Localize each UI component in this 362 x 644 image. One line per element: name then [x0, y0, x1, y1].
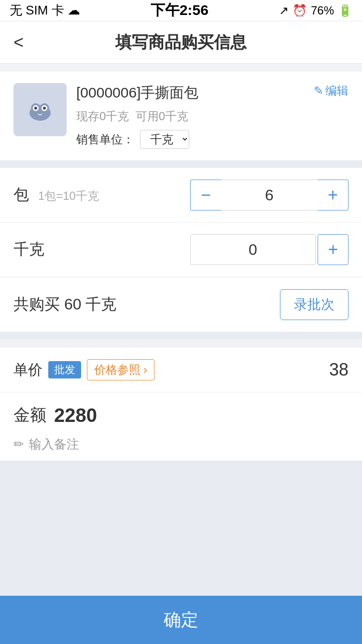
svg-point-5 — [34, 107, 37, 110]
edit-button[interactable]: ✎ 编辑 — [314, 83, 348, 98]
amount-section: 金额 2280 ✏ 输入备注 — [0, 392, 362, 461]
amount-label: 金额 — [14, 404, 46, 426]
product-thumbnail — [14, 83, 67, 136]
back-button[interactable]: < — [14, 32, 42, 53]
product-unit-row: 销售单位： 千克 — [76, 130, 348, 149]
quantity-row-kg: 千克 + — [0, 223, 362, 277]
quantity-input-bao[interactable] — [221, 180, 318, 210]
status-carrier: 无 SIM 卡 ☁ — [10, 2, 80, 19]
section-divider-2 — [0, 332, 362, 339]
quantity-increase-bao[interactable]: + — [318, 180, 348, 210]
quantity-label-bao: 包 1包=10千克 — [14, 184, 190, 206]
status-right: ↗ ⏰ 76% 🔋 — [279, 4, 352, 17]
price-label: 单价 — [14, 360, 42, 380]
input-section: 包 1包=10千克 − + 千克 + — [0, 168, 362, 277]
nav-bar: < 填写商品购买信息 — [0, 21, 362, 64]
quantity-sub-label-bao: 1包=10千克 — [38, 189, 99, 202]
amount-value: 2280 — [54, 405, 97, 426]
quantity-control-bao: − + — [190, 180, 348, 210]
unit-select[interactable]: 千克 — [140, 130, 189, 149]
quantity-label-kg: 千克 — [14, 239, 190, 260]
total-label: 共购买 60 千克 — [14, 294, 116, 315]
remark-row[interactable]: ✏ 输入备注 — [14, 436, 348, 453]
page-title: 填写商品购买信息 — [115, 31, 247, 54]
battery-level: 76% — [311, 4, 334, 17]
quantity-decrease-bao[interactable]: − — [190, 180, 221, 210]
status-time: 下午2:56 — [151, 0, 209, 20]
quantity-row-bao: 包 1包=10千克 − + — [0, 168, 362, 223]
battery-icon: 🔋 — [338, 4, 352, 17]
product-name: [0000006]手撕面包 — [76, 83, 198, 103]
quantity-control-kg: + — [190, 234, 348, 265]
product-stock: 现存0千克 可用0千克 — [76, 109, 348, 124]
batch-button[interactable]: 录批次 — [280, 289, 348, 320]
svg-point-6 — [43, 107, 46, 110]
price-ref-button[interactable]: 价格参照 › — [87, 359, 154, 380]
total-row: 共购买 60 千克 录批次 — [0, 277, 362, 332]
confirm-button[interactable]: 确定 — [0, 596, 362, 644]
quantity-input-kg[interactable] — [190, 234, 316, 265]
edit-icon: ✎ — [314, 84, 323, 98]
product-info: [0000006]手撕面包 ✎ 编辑 现存0千克 可用0千克 销售单位： 千克 — [76, 83, 348, 149]
spacer — [0, 461, 362, 596]
remark-label: 输入备注 — [29, 436, 79, 453]
location-icon: ↗ — [279, 4, 289, 17]
section-divider-1 — [0, 160, 362, 168]
price-left: 单价 批发 价格参照 › — [14, 359, 154, 380]
pencil-icon: ✏ — [14, 437, 24, 452]
price-value: 38 — [329, 360, 348, 380]
product-card: [0000006]手撕面包 ✎ 编辑 现存0千克 可用0千克 销售单位： 千克 — [0, 71, 362, 160]
status-bar: 无 SIM 卡 ☁ 下午2:56 ↗ ⏰ 76% 🔋 — [0, 0, 362, 21]
amount-row: 金额 2280 — [14, 404, 348, 426]
quantity-increase-kg[interactable]: + — [318, 234, 348, 265]
price-tag: 批发 — [48, 361, 81, 378]
alarm-icon: ⏰ — [292, 4, 307, 17]
price-section: 单价 批发 价格参照 › 38 — [0, 347, 362, 392]
chevron-right-icon: › — [143, 363, 147, 377]
